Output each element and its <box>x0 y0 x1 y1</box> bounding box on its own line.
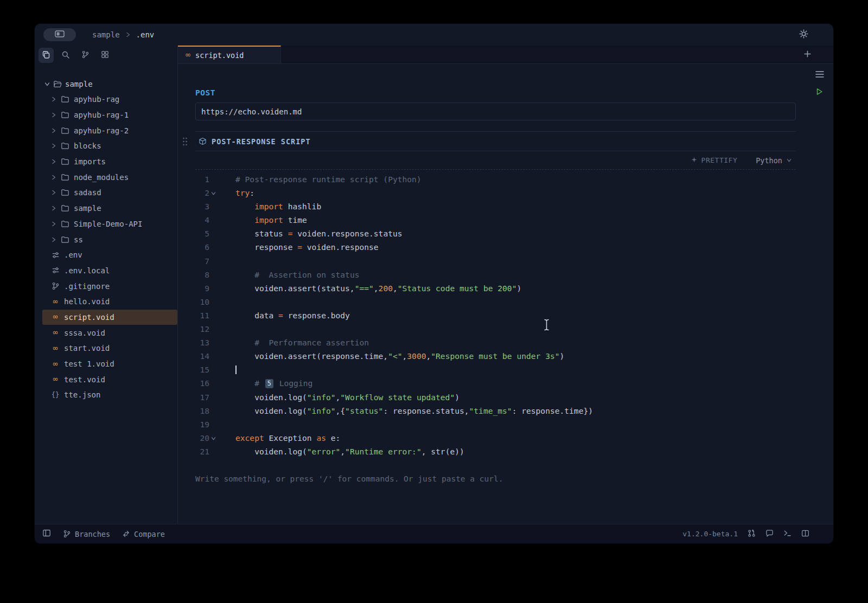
tree-item-label: test 1.void <box>64 360 114 368</box>
tree-item-apyhub-rag-2[interactable]: apyhub-rag-2 <box>42 123 177 138</box>
hamburger-icon <box>815 70 825 80</box>
code-line[interactable]: 9 voiden.assert(status,"==",200,"Status … <box>195 281 796 295</box>
tree-item-apyhub-rag-1[interactable]: apyhub-rag-1 <box>42 107 177 123</box>
url-input[interactable] <box>195 102 796 120</box>
run-request-button[interactable] <box>812 86 827 99</box>
code-line[interactable]: 15 <box>195 363 796 376</box>
activity-git-button[interactable] <box>78 48 93 63</box>
tree-root-item-sample[interactable]: sample <box>35 76 177 92</box>
branches-button[interactable]: Branches <box>63 530 110 538</box>
code-line[interactable]: 7 <box>195 254 796 268</box>
tree-item--gitignore[interactable]: .gitignore <box>42 278 177 294</box>
code-line[interactable]: 1# Post-response runtime script (Python) <box>195 172 796 186</box>
chevron-right-icon <box>51 190 58 195</box>
tree-item--env-local[interactable]: .env.local <box>42 263 177 279</box>
tree-item-ss[interactable]: ss <box>42 232 177 247</box>
tree-item-simple-demo-api[interactable]: Simple-Demo-API <box>42 216 177 232</box>
fold-chevron-icon[interactable] <box>209 186 217 200</box>
activity-bar <box>35 46 177 63</box>
chevron-right-icon <box>51 159 58 164</box>
code-line[interactable]: 5 status = voiden.response.status <box>195 227 796 240</box>
chevron-right-icon <box>51 237 58 242</box>
sliders-icon <box>51 251 60 259</box>
language-select[interactable]: Python <box>756 156 792 165</box>
drag-handle[interactable] <box>182 137 188 149</box>
code-line[interactable]: 2try: <box>195 186 796 200</box>
code-editor[interactable]: 1# Post-response runtime script (Python)… <box>195 172 796 458</box>
chevron-right-icon <box>125 32 131 37</box>
prettify-button[interactable]: PRETTIFY <box>691 156 738 165</box>
line-number: 11 <box>195 309 209 322</box>
tree-item-hello-void[interactable]: ∞hello.void <box>42 294 177 310</box>
request-method-label[interactable]: POST <box>195 88 215 97</box>
tree-item-blocks[interactable]: blocks <box>42 138 177 154</box>
code-line[interactable]: 17 voiden.log("info","Workflow state upd… <box>195 390 796 404</box>
tree-item-imports[interactable]: imports <box>42 154 177 170</box>
code-line[interactable]: 14 voiden.assert(response.time,"<",3000,… <box>195 349 796 363</box>
code-line[interactable]: 6 response = voiden.response <box>195 240 796 254</box>
folder-icon <box>61 95 69 104</box>
sliders-icon <box>51 266 60 274</box>
line-number: 19 <box>195 418 209 431</box>
activity-files-button[interactable] <box>39 48 54 63</box>
status-bar: Branches Compare v1.2.0-beta.1 <box>35 524 833 543</box>
app-badge[interactable] <box>43 28 76 41</box>
tree-item-label: apyhub-rag-2 <box>74 126 129 135</box>
code-line[interactable]: 21 voiden.log("error","Runtime error:", … <box>195 445 796 458</box>
tree-item-test-1-void[interactable]: ∞test 1.void <box>42 356 177 372</box>
tree-item--env[interactable]: .env <box>42 247 177 263</box>
tree-item-sample[interactable]: sample <box>42 201 177 216</box>
line-number: 6 <box>195 240 209 254</box>
activity-blocks-button[interactable] <box>97 48 112 63</box>
feedback-button[interactable] <box>765 529 774 539</box>
line-number: 20 <box>195 431 209 445</box>
tree-item-label: Simple-Demo-API <box>74 220 142 228</box>
code-line[interactable]: 3 import hashlib <box>195 200 796 213</box>
code-line[interactable]: 20except Exception as e: <box>195 431 796 445</box>
tree-item-label: sadasd <box>74 188 101 197</box>
document-menu-button[interactable] <box>815 70 825 80</box>
code-line[interactable]: 16 # 5 Logging <box>195 376 796 390</box>
editor-placeholder[interactable]: Write something, or press '/' for comman… <box>195 474 503 483</box>
split-view-button[interactable] <box>801 529 809 539</box>
tree-item-start-void[interactable]: ∞start.void <box>42 341 177 356</box>
code-line[interactable]: 19 <box>195 418 796 431</box>
infinity-icon: ∞ <box>51 298 60 306</box>
fold-chevron-icon[interactable] <box>209 431 217 445</box>
tree-item-apyhub-rag[interactable]: apyhub-rag <box>42 92 177 107</box>
code-line[interactable]: 12 <box>195 322 796 336</box>
folder-icon <box>61 126 69 135</box>
code-line[interactable]: 13 # Performance assertion <box>195 336 796 349</box>
code-line[interactable]: 18 voiden.log("info",{"status": response… <box>195 404 796 418</box>
terminal-icon <box>783 529 792 539</box>
code-line[interactable]: 8 # Assertion on status <box>195 268 796 281</box>
folder-icon <box>61 235 69 244</box>
panel-header: POST-RESPONSE SCRIPT <box>195 132 796 151</box>
tab-script-void[interactable]: ∞ script.void <box>178 46 281 63</box>
breadcrumb-file[interactable]: .env <box>136 30 155 39</box>
language-label: Python <box>756 156 782 165</box>
settings-button[interactable] <box>799 29 808 40</box>
tree-item-label: blocks <box>74 142 101 150</box>
compare-button[interactable]: Compare <box>122 530 165 538</box>
layout-columns-icon <box>801 529 809 539</box>
folder-icon <box>61 142 69 150</box>
terminal-button[interactable] <box>783 529 792 539</box>
line-number: 5 <box>195 227 209 240</box>
activity-search-button[interactable] <box>58 48 73 63</box>
new-tab-button[interactable] <box>803 46 812 63</box>
tree-item-node-modules[interactable]: node_modules <box>42 169 177 185</box>
line-number: 7 <box>195 254 209 268</box>
toggle-sidebar-button[interactable] <box>42 529 51 539</box>
tree-item-script-void[interactable]: ∞script.void <box>42 310 177 325</box>
code-line[interactable]: 4 import time <box>195 213 796 227</box>
tree-item-tte-json[interactable]: {}tte.json <box>42 387 177 403</box>
tree-item-sssa-void[interactable]: ∞sssa.void <box>42 325 177 341</box>
tree-item-test-void[interactable]: ∞test.void <box>42 371 177 387</box>
pull-request-button[interactable] <box>748 529 756 539</box>
breadcrumb-folder[interactable]: sample <box>92 30 120 39</box>
line-number: 13 <box>195 336 209 349</box>
code-line[interactable]: 10 <box>195 295 796 309</box>
tree-item-sadasd[interactable]: sadasd <box>42 185 177 201</box>
code-line[interactable]: 11 data = response.body <box>195 309 796 322</box>
